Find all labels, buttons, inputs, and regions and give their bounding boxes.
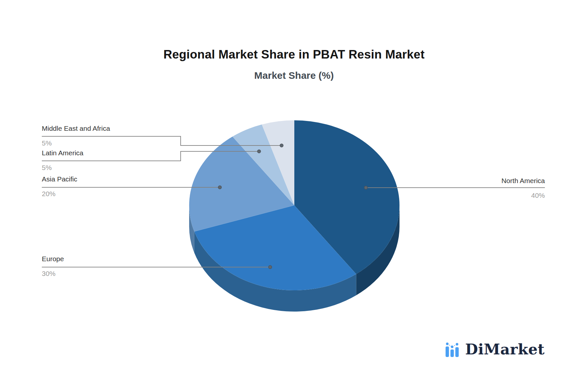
callout-dot-middle-east-and-africa xyxy=(280,144,283,147)
pie-3d-slices xyxy=(189,120,400,312)
callout-dot-europe xyxy=(269,265,272,269)
slice-label-latin-america: Latin America xyxy=(42,149,83,157)
slice-label-asia-pacific: Asia Pacific xyxy=(42,175,77,183)
dimarket-logo-icon xyxy=(446,342,461,357)
dimarket-logo-text: DiMarket xyxy=(465,341,545,358)
slice-label-north-america: North America xyxy=(501,177,545,185)
slice-percent-asia-pacific: 20% xyxy=(42,190,56,198)
slice-percent-middle-east-and-africa: 5% xyxy=(42,139,52,147)
slice-label-europe: Europe xyxy=(42,255,64,263)
pie-chart xyxy=(0,0,588,391)
callout-dot-latin-america xyxy=(257,150,261,153)
slice-percent-europe: 30% xyxy=(42,270,56,278)
slice-label-middle-east-and-africa: Middle East and Africa xyxy=(42,125,110,132)
callout-dot-north-america xyxy=(364,186,368,189)
callout-dot-asia-pacific xyxy=(218,186,221,189)
slice-percent-north-america: 40% xyxy=(531,192,545,199)
dimarket-logo: DiMarket xyxy=(446,341,545,358)
slice-percent-latin-america: 5% xyxy=(42,164,52,172)
chart-canvas: Regional Market Share in PBAT Resin Mark… xyxy=(0,0,588,391)
